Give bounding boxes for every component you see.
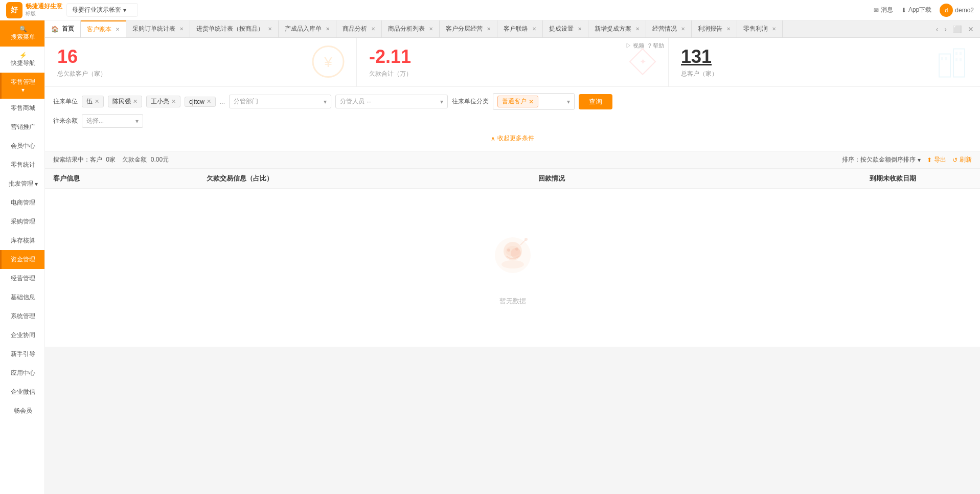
remove-tag-chen[interactable]: ✕ [133, 98, 138, 105]
svg-text:✦: ✦ [640, 57, 646, 65]
collapse-button[interactable]: ∧ 收起更多条件 [485, 132, 540, 145]
tab-finished-goods[interactable]: 产成品入库单 ✕ [279, 20, 336, 38]
svg-point-20 [525, 238, 528, 241]
tab-product-analysis[interactable]: 商品分析 ✕ [336, 20, 382, 38]
app-download-btn[interactable]: ⬇ App下载 [901, 6, 931, 14]
col-payment: 回款情况 [538, 174, 870, 183]
sidebar-item-enterprise-wechat[interactable]: 企业微信 [0, 383, 44, 401]
close-tab-profit-report[interactable]: ✕ [726, 26, 731, 32]
tab-maximize-icon[interactable]: ⬜ [951, 24, 964, 34]
export-button[interactable]: ⬆ 导出 [927, 155, 946, 164]
results-bar: 搜索结果中：客户 0家 欠款金额 0.00元 排序：按欠款金额倒序排序 ▾ ⬆ [45, 151, 980, 169]
sidebar-item-business-mgmt[interactable]: 经营管理 [0, 269, 44, 288]
stat-card-debt-customers: 16 总欠款客户（家） ¥ [45, 38, 357, 86]
sidebar-item-retail-mgmt[interactable]: 零售管理 ▾ [0, 73, 44, 99]
tab-purchase-order[interactable]: 采购订单统计表 ✕ [126, 20, 190, 38]
tab-operations[interactable]: 经营情况 ✕ [646, 20, 692, 38]
svg-text:¥: ¥ [324, 54, 332, 70]
stat-number-debt-customers: 16 [57, 46, 106, 68]
tab-profit-report[interactable]: 利润报告 ✕ [692, 20, 737, 38]
tab-prev-icon[interactable]: ‹ [934, 24, 941, 34]
sidebar-item-member[interactable]: 畅会员 [0, 401, 44, 420]
filter-tag-wu: 伍 ✕ [82, 96, 104, 107]
tab-new-commission[interactable]: 新增提成方案 ✕ [588, 20, 646, 38]
stat-label-total-debt: 欠款合计（万） [369, 70, 412, 78]
close-tab-finished-goods[interactable]: ✕ [326, 26, 330, 32]
sidebar-item-search[interactable]: 🔍 搜索菜单 [0, 20, 44, 47]
sidebar-item-ecommerce[interactable]: 电商管理 [0, 193, 44, 212]
empty-icon [487, 230, 538, 290]
close-tab-retail-profit[interactable]: ✕ [772, 26, 776, 32]
tab-home[interactable]: 🏠 首页 [45, 20, 81, 38]
workspace-selector[interactable]: 母婴行业演示帐套 ▾ [66, 3, 138, 17]
sidebar-item-newbie[interactable]: 新手引导 [0, 345, 44, 364]
sidebar-item-inventory[interactable]: 库存核算 [0, 231, 44, 250]
sidebar-item-app-center[interactable]: 应用中心 [0, 364, 44, 383]
filter-dept-selector[interactable]: 分管部门 ▾ [229, 95, 331, 108]
tab-product-list[interactable]: 商品分析列表 ✕ [382, 20, 440, 38]
close-tab-new-commission[interactable]: ✕ [635, 26, 640, 32]
sidebar-item-enterprise[interactable]: 企业协同 [0, 326, 44, 345]
tab-customer-contact[interactable]: 客户联络 ✕ [497, 20, 543, 38]
close-tab-commission-settings[interactable]: ✕ [578, 26, 582, 32]
logo-text-area: 畅捷通好生意 标版 [26, 3, 62, 17]
stat-icon-coin: ¥ [310, 43, 346, 81]
remove-tag-cjttcw[interactable]: ✕ [207, 98, 211, 105]
tab-retail-profit[interactable]: 零售利润 ✕ [737, 20, 783, 38]
svg-rect-6 [941, 57, 943, 60]
sidebar-item-purchase[interactable]: 采购管理 [0, 212, 44, 231]
svg-rect-5 [953, 49, 965, 77]
remove-category-tag[interactable]: ✕ [529, 98, 534, 105]
col-due-date: 到期未收款日期 [870, 174, 972, 183]
stat-icon-diamond: ✦ [627, 46, 658, 78]
sidebar-item-quick-nav[interactable]: ⚡ 快捷导航 [0, 47, 44, 73]
tab-purchase-stats[interactable]: 进货单统计表（按商品） ✕ [190, 20, 279, 38]
stat-label-total-customers: 总客户（家） [681, 70, 718, 78]
close-tab-customer-contact[interactable]: ✕ [532, 26, 536, 32]
messages-btn[interactable]: ✉ 消息 [874, 6, 893, 14]
filter-person-label: 分管人员 [340, 97, 364, 106]
close-tab-purchase-stats[interactable]: ✕ [268, 26, 272, 32]
results-info: 搜索结果中：客户 0家 欠款金额 0.00元 [53, 155, 169, 164]
sidebar-item-finance[interactable]: 资金管理 [0, 250, 44, 269]
sidebar-item-system[interactable]: 系统管理 [0, 307, 44, 326]
filter-person-more: ··· [367, 98, 372, 105]
close-tab-product-list[interactable]: ✕ [429, 26, 433, 32]
close-tab-purchase-order[interactable]: ✕ [179, 26, 184, 32]
tab-close-all-icon[interactable]: ✕ [966, 24, 976, 34]
tab-customer-ledger[interactable]: 客户账本 ✕ [81, 20, 126, 38]
close-tab-customer-ledger[interactable]: ✕ [116, 27, 120, 32]
sidebar-item-retail-stats[interactable]: 零售统计 [0, 155, 44, 174]
refresh-button[interactable]: ↺ 刷新 [952, 155, 972, 164]
logo-icon: 好 [6, 2, 22, 18]
filter-row-2: 往来余额 选择... ▾ [53, 114, 972, 128]
filter-category-selector[interactable]: 普通客户 ✕ ▾ [493, 93, 575, 110]
close-tab-operations[interactable]: ✕ [681, 26, 685, 32]
message-icon: ✉ [874, 7, 879, 14]
sidebar-item-retail-mall[interactable]: 零售商城 [0, 99, 44, 118]
sidebar-item-marketing[interactable]: 营销推广 [0, 118, 44, 137]
filter-balance-selector[interactable]: 选择... ▾ [82, 114, 143, 128]
filter-area: 往来单位 伍 ✕ 陈民强 ✕ 王小亮 ✕ cjttcw [45, 87, 980, 151]
query-button[interactable]: 查询 [579, 94, 612, 109]
tab-commission-settings[interactable]: 提成设置 ✕ [543, 20, 588, 38]
svg-rect-8 [955, 52, 958, 55]
help-btn[interactable]: ? 帮助 [648, 42, 664, 50]
stat-number-total-debt: -2.11 [369, 46, 412, 68]
sidebar-item-member-center[interactable]: 会员中心 [0, 137, 44, 155]
filter-balance-placeholder: 选择... [86, 117, 104, 125]
sort-selector[interactable]: 排序：按欠款金额倒序排序 ▾ [842, 155, 921, 164]
tab-customer-layer[interactable]: 客户分层经营 ✕ [440, 20, 497, 38]
tab-next-icon[interactable]: › [942, 24, 949, 34]
sidebar-item-wholesale[interactable]: 批发管理 ▾ [0, 174, 44, 193]
remove-tag-wu[interactable]: ✕ [95, 98, 99, 105]
remove-tag-wang[interactable]: ✕ [171, 98, 176, 105]
filter-person-selector[interactable]: 分管人员 ··· ▾ [335, 95, 448, 108]
search-icon: 🔍 [4, 26, 42, 33]
close-tab-product-analysis[interactable]: ✕ [371, 26, 375, 32]
filter-more-tags[interactable]: ... [220, 98, 225, 105]
user-area[interactable]: d demo2 [940, 4, 974, 17]
video-help[interactable]: ▷ 视频 [626, 42, 644, 50]
sidebar-item-basic-info[interactable]: 基础信息 [0, 288, 44, 307]
close-tab-customer-layer[interactable]: ✕ [487, 26, 491, 32]
